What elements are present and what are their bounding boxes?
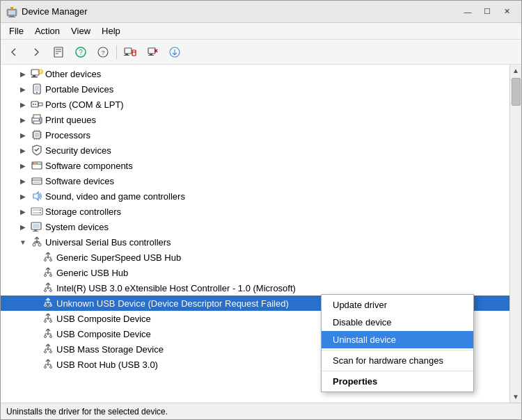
svg-point-57	[35, 163, 36, 164]
svg-point-79	[45, 290, 47, 292]
tree-item-storage-controllers[interactable]: ▶ Storage controllers	[1, 204, 509, 219]
svg-point-92	[50, 366, 52, 369]
svg-rect-3	[8, 17, 15, 17]
svg-rect-33	[38, 103, 42, 106]
svg-point-34	[33, 104, 34, 105]
menu-file[interactable]: File	[3, 24, 29, 38]
svg-point-87	[45, 336, 47, 338]
svg-point-66	[40, 209, 41, 211]
unknown-usb-label: Unknown USB Device (Device Descriptor Re…	[56, 298, 289, 309]
print-queues-label: Print queues	[45, 115, 96, 125]
expand-icon[interactable]: ▶	[17, 191, 29, 202]
update-driver-toolbar-button[interactable]: ?	[70, 42, 91, 62]
expand-icon[interactable]: ▼	[17, 236, 29, 248]
expand-icon[interactable]: ▶	[17, 68, 29, 79]
tree-item-sound-video[interactable]: ▶ Sound, video and game controllers	[1, 188, 509, 204]
svg-point-80	[50, 290, 52, 292]
usb-composite-2-icon	[42, 328, 54, 340]
tree-item-security-devices[interactable]: ▶ Security devices	[1, 143, 509, 158]
svg-point-31	[36, 92, 38, 93]
expand-icon[interactable]: ▶	[17, 221, 29, 232]
device-tree[interactable]: ▶ ? Other devices ▶	[1, 65, 509, 403]
ctx-update-driver[interactable]: Update driver	[322, 296, 473, 314]
scroll-down-arrow[interactable]: ▼	[510, 391, 522, 403]
security-devices-label: Security devices	[45, 145, 111, 156]
expand-icon[interactable]: ▶	[17, 83, 29, 95]
svg-rect-1	[8, 10, 15, 15]
usb-composite-2-label: USB Composite Device	[56, 329, 151, 339]
svg-rect-30	[35, 86, 39, 91]
svg-point-72	[33, 243, 35, 246]
install-legacy-button[interactable]	[164, 42, 185, 62]
tree-item-portable-devices[interactable]: ▶ Portable Devices	[1, 81, 509, 97]
ctx-uninstall-device[interactable]: Uninstall device	[322, 331, 473, 348]
tree-item-ports[interactable]: ▶ Ports (COM & LPT)	[1, 97, 509, 112]
svg-rect-15	[124, 55, 129, 56]
menu-action[interactable]: Action	[29, 24, 65, 38]
svg-point-91	[45, 366, 47, 369]
toolbar: ? ?	[1, 40, 521, 65]
ctx-disable-device[interactable]: Disable device	[322, 314, 473, 331]
svg-point-89	[45, 351, 47, 353]
software-devices-icon	[31, 175, 43, 187]
storage-controllers-label: Storage controllers	[45, 207, 121, 217]
forward-button[interactable]	[26, 42, 47, 62]
tree-item-generic-usb-hub[interactable]: ▶ Generic USB Hub	[1, 265, 509, 280]
svg-point-77	[45, 275, 47, 277]
svg-rect-41	[35, 133, 39, 137]
menu-help[interactable]: Help	[96, 24, 126, 38]
scroll-up-arrow[interactable]: ▲	[510, 65, 522, 76]
svg-point-85	[45, 321, 47, 323]
usb-composite-1-icon	[42, 312, 54, 325]
processors-icon	[31, 129, 43, 141]
svg-rect-25	[33, 75, 35, 76]
ctx-properties[interactable]: Properties	[322, 373, 473, 390]
svg-rect-71	[33, 231, 38, 232]
processors-label: Processors	[45, 130, 90, 140]
tree-item-processors[interactable]: ▶	[1, 127, 509, 143]
sound-video-label: Sound, video and game controllers	[45, 191, 185, 202]
svg-marker-62	[33, 192, 38, 200]
close-button[interactable]: ✕	[498, 3, 516, 20]
scan-hardware-toolbar-button[interactable]	[120, 42, 141, 62]
svg-point-58	[36, 163, 38, 164]
expand-icon[interactable]: ▶	[17, 114, 29, 125]
svg-point-86	[50, 321, 52, 323]
tree-item-usb-controllers[interactable]: ▼ Universal Serial Bus controllers	[1, 234, 509, 250]
minimize-button[interactable]: —	[459, 3, 477, 20]
tree-item-software-devices[interactable]: ▶ Software devices	[1, 173, 509, 188]
expand-icon[interactable]: ▶	[17, 175, 29, 186]
generic-usb-hub-label: Generic USB Hub	[56, 268, 128, 278]
expand-icon[interactable]: ▶	[17, 145, 29, 156]
properties-toolbar-button[interactable]	[48, 42, 69, 62]
menu-view[interactable]: View	[65, 24, 96, 38]
svg-text:?: ?	[101, 49, 104, 56]
svg-point-76	[50, 259, 52, 261]
usb-composite-1-label: USB Composite Device	[56, 314, 151, 324]
ctx-scan-hardware[interactable]: Scan for hardware changes	[322, 352, 473, 369]
vertical-scrollbar[interactable]: ▲ ▼	[509, 65, 521, 403]
context-menu: Update driver Disable device Uninstall d…	[321, 294, 474, 392]
tree-item-intel-usb[interactable]: ▶ Intel(R) USB 3.0 eXtensible Host Contr…	[1, 280, 509, 296]
tree-item-print-queues[interactable]: ▶ Print queues	[1, 112, 509, 127]
expand-icon[interactable]: ▶	[17, 160, 29, 171]
tree-item-software-components[interactable]: ▶ Software components	[1, 158, 509, 173]
svg-rect-2	[10, 16, 14, 17]
svg-rect-70	[34, 229, 37, 231]
maximize-button[interactable]: ☐	[478, 3, 496, 20]
back-button[interactable]	[3, 42, 24, 62]
svg-point-73	[38, 243, 41, 246]
help-toolbar-button[interactable]: ?	[93, 42, 113, 62]
tree-item-system-devices[interactable]: ▶ System devices	[1, 219, 509, 234]
device-manager-window: Device Manager — ☐ ✕ File Action View He…	[0, 0, 522, 420]
expand-icon[interactable]: ▶	[17, 129, 29, 140]
expand-icon[interactable]: ▶	[17, 99, 29, 110]
remove-device-button[interactable]	[142, 42, 163, 62]
tree-item-other-devices[interactable]: ▶ ? Other devices	[1, 66, 509, 81]
scroll-thumb[interactable]	[512, 78, 521, 106]
tree-item-generic-superspeed[interactable]: ▶ Generic SuperSpeed USB Hub	[1, 250, 509, 265]
software-components-label: Software components	[45, 161, 133, 171]
expand-icon[interactable]: ▶	[17, 206, 29, 217]
system-devices-label: System devices	[45, 222, 109, 232]
intel-usb-icon	[42, 282, 54, 294]
